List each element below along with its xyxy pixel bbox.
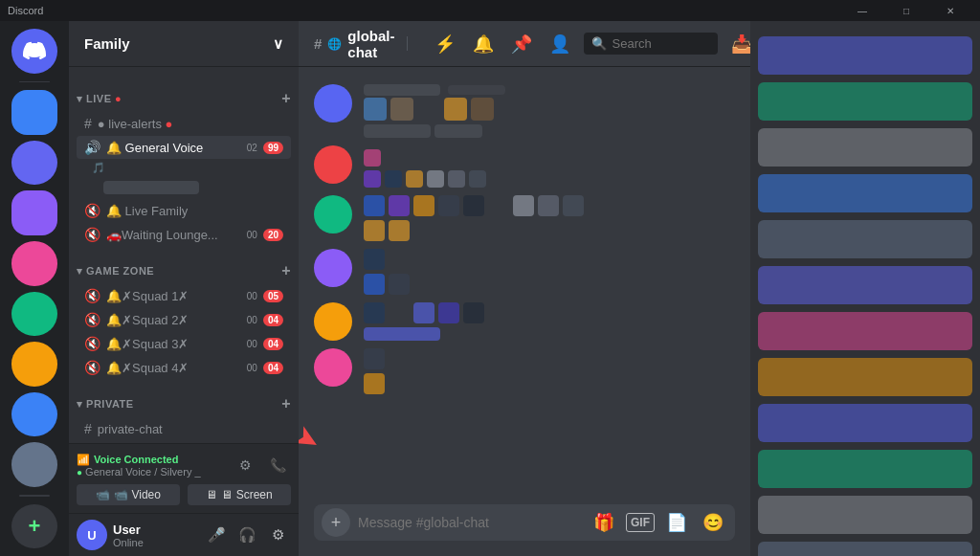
server-item-active[interactable] — [11, 190, 57, 235]
sticker-button[interactable]: 📄 — [662, 508, 691, 537]
emoji-button[interactable]: 😊 — [699, 508, 727, 537]
search-bar[interactable]: 🔍 — [584, 33, 718, 55]
right-panel-member — [758, 128, 972, 167]
search-icon: 🔍 — [591, 36, 607, 51]
add-server-button[interactable]: + — [11, 504, 57, 549]
server-item[interactable] — [11, 241, 57, 286]
server-home[interactable] — [11, 29, 57, 74]
channel-name: private-chat — [98, 422, 283, 436]
avatar — [314, 249, 352, 287]
timestamp — [448, 85, 505, 95]
app-container: + Family ∨ ▾ LIVE ● + # ● live-alerts ● … — [0, 21, 980, 556]
message-content — [364, 145, 735, 188]
gift-button[interactable]: 🎁 — [590, 508, 618, 537]
channel-name: 🚗Waiting Lounge... — [106, 228, 241, 242]
minimize-button[interactable]: — — [840, 0, 884, 21]
right-panel-member — [758, 542, 972, 556]
message-input-actions: 🎁 GIF 📄 😊 — [590, 508, 727, 537]
username: User — [113, 523, 197, 537]
channel-squad2[interactable]: 🔇 🔔✗Squad 2✗ 00 04 — [77, 308, 291, 331]
server-item[interactable] — [11, 292, 57, 337]
server-menu-icon: ∨ — [273, 35, 283, 53]
message-input-box: + 🎁 GIF 📄 😊 — [314, 504, 735, 541]
right-panel-member — [758, 450, 972, 488]
add-channel-icon[interactable]: + — [281, 90, 291, 107]
inbox-button[interactable]: 📥 — [727, 30, 750, 58]
right-panel-member — [758, 174, 972, 212]
channel-name: 🔔✗Squad 4✗ — [106, 361, 241, 375]
right-panel-member — [758, 358, 972, 396]
gif-button[interactable]: GIF — [626, 513, 655, 532]
right-panel-member — [758, 404, 972, 442]
channel-squad3[interactable]: 🔇 🔔✗Squad 3✗ 00 04 — [77, 332, 291, 355]
voice-connected-panel: 📶 Voice Connected ● General Voice / Silv… — [69, 443, 299, 513]
voice-settings-button[interactable]: ⚙ — [232, 452, 258, 478]
close-button[interactable]: ✕ — [928, 0, 972, 21]
screen-button[interactable]: 🖥 🖥 Screen — [188, 484, 291, 505]
header-actions: ⚡ 🔔 📌 👤 🔍 📥 ❓ — [431, 30, 750, 58]
avatar — [314, 84, 352, 122]
user-panel: U User Online 🎤 🎧 ⚙ — [69, 513, 299, 556]
video-button[interactable]: 📹 📹 Video — [77, 484, 180, 505]
pin-button[interactable]: 📌 — [507, 30, 536, 58]
server-item[interactable] — [11, 141, 57, 186]
channel-waiting-lounge[interactable]: 🔇 🚗Waiting Lounge... 00 20 — [77, 223, 291, 246]
user-avatar: U — [77, 520, 107, 550]
members-button[interactable]: 👤 — [546, 30, 574, 58]
channel-name: 🔔✗Squad 2✗ — [106, 313, 241, 327]
channel-private-chat[interactable]: # private-chat — [77, 417, 291, 440]
channel-sidebar: Family ∨ ▾ LIVE ● + # ● live-alerts ● 🔊 … — [69, 21, 299, 556]
category-game-zone[interactable]: ▾ GAME ZONE + — [69, 247, 299, 283]
channel-name: 🔔✗Squad 3✗ — [106, 337, 241, 351]
headphone-toggle-button[interactable]: 🎧 — [234, 522, 260, 548]
message-row — [314, 144, 735, 189]
volume-icon: 🔇 — [84, 312, 100, 327]
mic-toggle-button[interactable]: 🎤 — [203, 522, 230, 548]
add-channel-icon[interactable]: + — [281, 395, 291, 412]
maximize-button[interactable]: □ — [884, 0, 928, 21]
channel-squad1[interactable]: 🔇 🔔✗Squad 1✗ 00 05 — [77, 284, 291, 307]
message-row — [314, 193, 735, 243]
channel-live-alerts[interactable]: # ● live-alerts ● — [77, 112, 291, 135]
user-info: User Online — [113, 523, 197, 548]
voice-status: 📶 Voice Connected ● General Voice / Silv… — [77, 452, 291, 478]
volume-icon: 🔊 — [84, 140, 100, 155]
server-header[interactable]: Family ∨ — [69, 21, 299, 67]
right-panel-member — [758, 496, 972, 534]
server-divider — [19, 495, 50, 497]
server-item[interactable] — [11, 392, 57, 437]
message-content — [364, 249, 735, 295]
message-input[interactable] — [358, 504, 582, 541]
add-file-button[interactable]: + — [322, 508, 350, 537]
channel-item[interactable] — [77, 177, 291, 198]
screen-icon: 🖥 — [206, 488, 217, 501]
right-panel-member — [758, 220, 972, 258]
messages-area — [299, 67, 750, 504]
channel-name: ● live-alerts ● — [98, 117, 283, 131]
server-item[interactable] — [11, 342, 57, 387]
search-input[interactable] — [612, 36, 710, 51]
window-controls: — □ ✕ — [840, 0, 972, 21]
channel-squad4[interactable]: 🔇 🔔✗Squad 4✗ 00 04 — [77, 356, 291, 379]
category-private[interactable]: ▾ PRIVATE + — [69, 380, 299, 416]
voice-controls-row: 🎵 — [69, 160, 299, 176]
server-item[interactable] — [11, 90, 57, 135]
voice-buttons: 📹 📹 Video 🖥 🖥 Screen — [77, 484, 291, 505]
server-item[interactable] — [11, 442, 57, 487]
channel-general-voice[interactable]: 🔊 🔔 General Voice 02 99 — [77, 136, 291, 159]
channel-header: # 🌐 global-chat Global Chat is also know… — [299, 21, 750, 67]
right-panel-member — [758, 82, 972, 121]
volume-icon: 🔇 — [84, 227, 100, 242]
channel-name: 🔔 Live Family — [106, 204, 283, 218]
notification-button[interactable]: 🔔 — [469, 30, 498, 58]
volume-icon: 🔇 — [84, 288, 100, 303]
user-settings-button[interactable]: ⚙ — [264, 522, 291, 548]
server-list: + — [0, 21, 69, 556]
add-channel-icon[interactable]: + — [281, 262, 291, 279]
message-row — [314, 346, 735, 396]
volume-icon: 🔇 — [84, 203, 100, 218]
threads-button[interactable]: ⚡ — [431, 30, 459, 58]
category-live[interactable]: ▾ LIVE ● + — [69, 75, 299, 111]
voice-disconnect-button[interactable]: 📞 — [264, 452, 291, 478]
channel-live-family[interactable]: 🔇 🔔 Live Family — [77, 199, 291, 222]
